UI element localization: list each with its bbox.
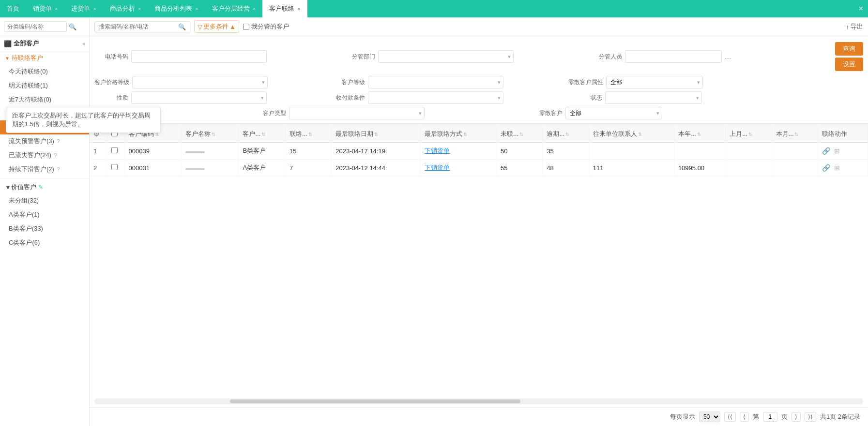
- sort-icon-2: ⇅: [212, 132, 215, 137]
- row1-link-icon[interactable]: 🔗: [822, 147, 830, 155]
- price-level-label: 客户价格等级: [94, 78, 129, 87]
- prev-page-button[interactable]: ⟨: [740, 412, 749, 422]
- row1-category: B类客户: [239, 143, 286, 160]
- settings-button[interactable]: 设置: [835, 58, 863, 71]
- help-icon-2: ?: [57, 138, 60, 144]
- more-conditions-button[interactable]: ▽ 更多条件 ▲: [194, 20, 239, 33]
- row1-last-method-link[interactable]: 下销货单: [425, 147, 450, 154]
- row1-grid-icon[interactable]: ⊞: [834, 147, 840, 155]
- tab-purchase[interactable]: 进货单 ×: [64, 0, 103, 17]
- tab-product-list-label: 商品分析列表: [154, 4, 192, 13]
- sidebar-item-lost-customers[interactable]: 已流失客户(24) ?: [0, 148, 89, 162]
- sidebar-item-class-a[interactable]: A类客户(1): [0, 208, 89, 222]
- table-row: 1 000039 B类客户 15 2023-04-17 14:19: 下销货单 …: [90, 143, 868, 160]
- row2-link-icon[interactable]: 🔗: [822, 164, 830, 172]
- sidebar-item-declining-customers[interactable]: 持续下滑客户(2) ?: [0, 162, 89, 176]
- col-unit-contact: 往来单位联系人⇅: [589, 126, 674, 143]
- col-last-month: 上月...⇅: [726, 126, 772, 143]
- arrow-icon: ▼: [5, 56, 10, 61]
- price-level-select[interactable]: [132, 76, 268, 88]
- sidebar-item-class-b[interactable]: B类客户(33): [0, 222, 89, 236]
- tab-sales-close[interactable]: ×: [55, 6, 58, 12]
- col-unit-contact-sort[interactable]: 往来单位联系人⇅: [593, 130, 642, 138]
- col-this-month-sort[interactable]: 本月...⇅: [776, 130, 799, 138]
- col-uncontact-sort[interactable]: 未联...⇅: [501, 130, 523, 138]
- payment-select[interactable]: [368, 91, 503, 104]
- manager-input[interactable]: [625, 50, 722, 63]
- sidebar-item-today-contact[interactable]: 今天待联络(0): [0, 65, 89, 79]
- row1-action-icons: 🔗 ⊞: [822, 147, 864, 155]
- row2-checkbox[interactable]: [111, 164, 118, 170]
- sidebar-collapse-button[interactable]: «: [82, 41, 85, 46]
- sidebar-item-class-c[interactable]: C类客户(6): [0, 236, 89, 250]
- col-last-date-sort[interactable]: 最后联络日期⇅: [335, 130, 378, 138]
- dept-select[interactable]: [378, 50, 514, 63]
- tab-customer-contact-close[interactable]: ×: [297, 6, 300, 12]
- row1-checkbox-cell: [107, 143, 124, 160]
- tab-product-list-close[interactable]: ×: [195, 6, 198, 12]
- phone-input[interactable]: [131, 50, 267, 63]
- main-layout: 🔍 ⬛ 全部客户 « ▼ 待联络客户 今天待联络(0) 明天待联络(1) 近7天…: [0, 17, 868, 426]
- sidebar-item-ungrouped[interactable]: 未分组(32): [0, 194, 89, 208]
- sidebar-item-7day-contact[interactable]: 近7天待联络(0): [0, 93, 89, 107]
- scatter-customer-select[interactable]: 全部: [565, 107, 662, 119]
- nature-select[interactable]: [131, 91, 267, 104]
- sidebar-item-lost-customers-label: 已流失客户(24): [9, 151, 51, 159]
- page-number-input[interactable]: 1: [763, 412, 777, 422]
- sidebar-item-churn-warning[interactable]: 流失预警客户(3) ?: [0, 134, 89, 148]
- filter-cell-customer-level: 客户等级: [331, 76, 565, 88]
- sidebar-item-tomorrow-contact[interactable]: 明天待联络(1): [0, 79, 89, 93]
- col-name-sort[interactable]: 客户名称⇅: [185, 130, 215, 138]
- row1-checkbox[interactable]: [111, 147, 118, 153]
- sidebar-section-pending-contact[interactable]: ▼ 待联络客户: [0, 51, 89, 65]
- customer-level-select[interactable]: [368, 76, 503, 88]
- edit-icon[interactable]: ✎: [38, 184, 43, 191]
- sidebar-search-icon[interactable]: 🔍: [69, 23, 76, 30]
- next-page-button[interactable]: ⟩: [792, 412, 801, 422]
- col-last-method-sort[interactable]: 最后联络方式⇅: [425, 130, 467, 138]
- sidebar-section-value-customers[interactable]: ▼ 价值客户 ✎: [0, 180, 89, 194]
- filter-cell-customer-type: 客户类型: [252, 107, 526, 119]
- horizontal-scrollbar[interactable]: [94, 398, 863, 404]
- col-overdue-sort[interactable]: 逾期...⇅: [547, 130, 569, 138]
- filter-row-1: 电话号码 分管部门 分管人员 ... 查询 设置: [94, 40, 863, 73]
- col-last-date-label: 最后联络日期: [335, 130, 373, 138]
- col-last-month-sort[interactable]: 上月...⇅: [730, 130, 752, 138]
- query-button[interactable]: 查询: [835, 42, 863, 56]
- tab-customer-segment-close[interactable]: ×: [253, 6, 256, 12]
- page-label-2: 页: [781, 412, 788, 421]
- sidebar-search-input[interactable]: [4, 21, 67, 32]
- last-page-button[interactable]: ⟩⟩: [805, 412, 816, 422]
- filter-search-input[interactable]: [99, 23, 176, 30]
- tab-customer-contact[interactable]: 客户联络 ×: [262, 0, 307, 17]
- action-buttons-group: 查询 设置: [835, 40, 863, 73]
- row2-last-date: 2023-04-12 14:44:: [332, 160, 421, 176]
- filter-cell-scatter-customer: 零散客户 全部: [529, 107, 802, 119]
- col-this-year-sort[interactable]: 本年...⇅: [678, 130, 701, 138]
- col-name-label: 客户名称: [185, 130, 211, 138]
- scatter-attr-select[interactable]: 全部: [606, 76, 703, 88]
- per-page-select[interactable]: 50: [699, 411, 720, 422]
- tab-sales[interactable]: 销货单 ×: [26, 0, 64, 17]
- export-button[interactable]: ↑ 导出: [846, 22, 864, 31]
- filter-search-icon[interactable]: 🔍: [178, 23, 186, 30]
- tab-purchase-close[interactable]: ×: [93, 6, 96, 12]
- tab-home[interactable]: 首页: [0, 0, 26, 17]
- my-customers-checkbox[interactable]: [243, 24, 249, 30]
- col-category: 客户...⇅: [239, 126, 286, 143]
- tab-product-analysis-close[interactable]: ×: [138, 6, 141, 12]
- col-category-sort[interactable]: 客户...⇅: [243, 130, 265, 138]
- customer-type-select[interactable]: [289, 107, 425, 119]
- page-label: 第: [753, 412, 759, 421]
- row2-grid-icon[interactable]: ⊞: [834, 164, 840, 172]
- col-contact-count-sort[interactable]: 联络...⇅: [289, 130, 312, 138]
- status-select[interactable]: [605, 91, 702, 104]
- close-all-tabs-button[interactable]: ×: [859, 4, 863, 13]
- first-page-button[interactable]: ⟨⟨: [724, 412, 736, 422]
- tab-product-analysis[interactable]: 商品分析 ×: [103, 0, 148, 17]
- tab-product-list[interactable]: 商品分析列表 ×: [148, 0, 205, 17]
- tab-customer-segment[interactable]: 客户分层经营 ×: [205, 0, 262, 17]
- manager-dots-button[interactable]: ...: [725, 52, 731, 61]
- row2-last-method-link[interactable]: 下销货单: [425, 164, 450, 171]
- filter-cell-status: 状态: [568, 91, 802, 104]
